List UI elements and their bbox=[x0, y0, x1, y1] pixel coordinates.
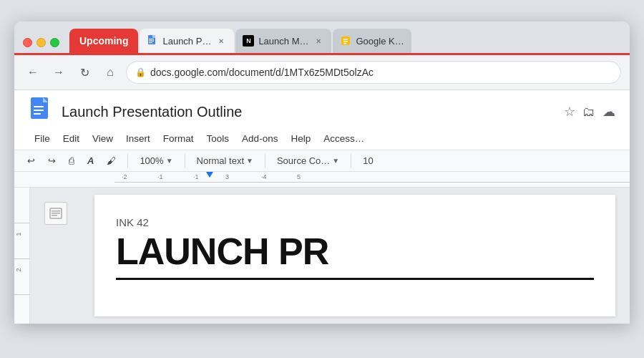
home-button[interactable]: ⌂ bbox=[100, 62, 120, 82]
tab-launch-marketing-label: Launch M… bbox=[258, 36, 308, 47]
zoom-dropdown[interactable]: 100% ▼ bbox=[135, 153, 177, 168]
paint-format-icon: 🖌 bbox=[107, 155, 116, 166]
tab-google-keep[interactable]: Google K… bbox=[333, 29, 411, 53]
document-title[interactable]: Launch Presentation Outline bbox=[62, 104, 557, 120]
keep-favicon-icon bbox=[340, 35, 351, 47]
tab-upcoming-label: Upcoming bbox=[79, 35, 128, 47]
minimize-button[interactable] bbox=[36, 38, 46, 47]
vruler-mark-2: 2 bbox=[15, 268, 22, 271]
docs-favicon-icon bbox=[147, 35, 158, 47]
svg-rect-16 bbox=[52, 213, 60, 214]
style-dropdown-arrow: ▼ bbox=[246, 157, 253, 165]
title-action-icons: ☆ 🗂 ☁ bbox=[564, 104, 615, 120]
spellcheck-icon: A bbox=[87, 155, 94, 166]
toolbar-divider-3 bbox=[265, 154, 265, 168]
svg-rect-2 bbox=[149, 39, 154, 39]
cloud-icon[interactable]: ☁ bbox=[602, 104, 615, 120]
font-dropdown-arrow: ▼ bbox=[332, 157, 339, 165]
nav-bar: ← → ↻ ⌂ 🔒 docs.google.com/document/d/1MT… bbox=[14, 55, 630, 90]
font-size-value: 10 bbox=[363, 155, 373, 166]
ruler-mark-3: 3 bbox=[225, 173, 229, 180]
horizontal-ruler: ·2 ·1 ·1 3 ·4 5 bbox=[14, 172, 630, 188]
tab-launch-marketing[interactable]: N Launch M… ✕ bbox=[235, 29, 331, 53]
svg-rect-17 bbox=[52, 215, 57, 216]
tab-bar: Upcoming Launch P… ✕ N Launch M… ✕ bbox=[14, 21, 630, 53]
menu-view[interactable]: View bbox=[87, 130, 119, 147]
docs-formatting-toolbar: ↩ ↪ ⎙ A 🖌 100% ▼ Normal text ▼ Source Co… bbox=[14, 150, 630, 172]
ruler-mark-minus2: ·2 bbox=[122, 173, 127, 180]
svg-rect-7 bbox=[343, 41, 348, 42]
svg-rect-15 bbox=[52, 211, 60, 212]
vruler-mark-1: 1 bbox=[15, 232, 22, 236]
document-title-underline bbox=[116, 278, 594, 280]
notion-favicon-icon: N bbox=[243, 35, 254, 47]
tab-launch-marketing-close[interactable]: ✕ bbox=[313, 35, 324, 47]
menu-file[interactable]: File bbox=[29, 130, 56, 147]
zoom-value: 100% bbox=[140, 155, 163, 166]
menu-help[interactable]: Help bbox=[285, 130, 316, 147]
browser-window: Upcoming Launch P… ✕ N Launch M… ✕ bbox=[14, 21, 630, 324]
undo-icon: ↩ bbox=[27, 155, 35, 166]
font-value: Source Co… bbox=[277, 155, 330, 166]
style-dropdown[interactable]: Normal text ▼ bbox=[192, 153, 258, 168]
document-content-area: 1 2 INK 42 LAUNCH PR bbox=[14, 188, 630, 324]
close-button[interactable] bbox=[23, 38, 32, 47]
menu-insert[interactable]: Insert bbox=[120, 130, 156, 147]
svg-rect-3 bbox=[149, 41, 154, 42]
address-bar[interactable]: 🔒 docs.google.com/document/d/1MTx6z5MDt5… bbox=[126, 61, 621, 84]
svg-rect-4 bbox=[149, 42, 152, 43]
svg-rect-12 bbox=[34, 110, 44, 111]
back-button[interactable]: ← bbox=[23, 62, 43, 82]
tab-launch-presentation-close[interactable]: ✕ bbox=[215, 35, 227, 47]
font-size-field[interactable]: 10 bbox=[358, 153, 377, 168]
traffic-lights bbox=[23, 38, 59, 53]
document-page: INK 42 LAUNCH PR bbox=[94, 195, 615, 316]
svg-rect-11 bbox=[34, 106, 44, 107]
menu-edit[interactable]: Edit bbox=[57, 130, 85, 147]
redo-icon: ↪ bbox=[48, 155, 56, 166]
paint-format-button[interactable]: 🖌 bbox=[102, 153, 120, 168]
forward-button[interactable]: → bbox=[49, 62, 69, 82]
lock-icon: 🔒 bbox=[135, 67, 146, 77]
document-subtitle: INK 42 bbox=[116, 216, 594, 228]
folder-icon[interactable]: 🗂 bbox=[582, 105, 595, 120]
zoom-dropdown-arrow: ▼ bbox=[166, 157, 173, 165]
docs-title-row: Launch Presentation Outline ☆ 🗂 ☁ bbox=[29, 97, 615, 126]
star-icon[interactable]: ☆ bbox=[564, 104, 575, 120]
svg-rect-1 bbox=[152, 35, 155, 38]
ruler-mark-0: ·1 bbox=[193, 173, 199, 180]
ruler-mark-5: 5 bbox=[297, 173, 301, 180]
menu-format[interactable]: Format bbox=[157, 130, 200, 147]
tab-google-keep-label: Google K… bbox=[356, 36, 404, 47]
redo-button[interactable]: ↪ bbox=[44, 153, 60, 168]
font-dropdown[interactable]: Source Co… ▼ bbox=[273, 153, 343, 168]
print-icon: ⎙ bbox=[69, 155, 74, 166]
menu-accessibility[interactable]: Access… bbox=[318, 130, 370, 147]
style-value: Normal text bbox=[197, 155, 244, 166]
svg-rect-8 bbox=[343, 43, 346, 44]
toolbar-divider-2 bbox=[185, 154, 185, 168]
tab-launch-presentation-label: Launch P… bbox=[162, 36, 211, 47]
tab-upcoming[interactable]: Upcoming bbox=[69, 29, 138, 53]
page-sidebar bbox=[44, 195, 87, 316]
reload-button[interactable]: ↻ bbox=[74, 62, 94, 82]
toolbar-divider-1 bbox=[127, 154, 128, 168]
docs-app-icon bbox=[29, 97, 54, 126]
docs-header: Launch Presentation Outline ☆ 🗂 ☁ File E… bbox=[14, 90, 630, 150]
svg-rect-13 bbox=[34, 113, 41, 115]
menu-addons[interactable]: Add-ons bbox=[236, 130, 283, 147]
document-page-area: INK 42 LAUNCH PR bbox=[30, 188, 630, 324]
page-layout-icon bbox=[44, 202, 67, 225]
spellcheck-button[interactable]: A bbox=[83, 153, 98, 168]
svg-rect-6 bbox=[343, 39, 348, 40]
ruler-mark-minus1: ·1 bbox=[157, 173, 163, 180]
undo-button[interactable]: ↩ bbox=[23, 153, 39, 168]
print-button[interactable]: ⎙ bbox=[64, 153, 79, 168]
tab-launch-presentation[interactable]: Launch P… ✕ bbox=[140, 29, 234, 53]
document-main-title: LAUNCH PR bbox=[116, 231, 594, 272]
vertical-ruler: 1 2 bbox=[14, 188, 30, 324]
maximize-button[interactable] bbox=[50, 38, 59, 47]
toolbar-divider-4 bbox=[351, 154, 351, 168]
vertical-ruler-marks bbox=[14, 188, 29, 324]
menu-tools[interactable]: Tools bbox=[201, 130, 235, 147]
